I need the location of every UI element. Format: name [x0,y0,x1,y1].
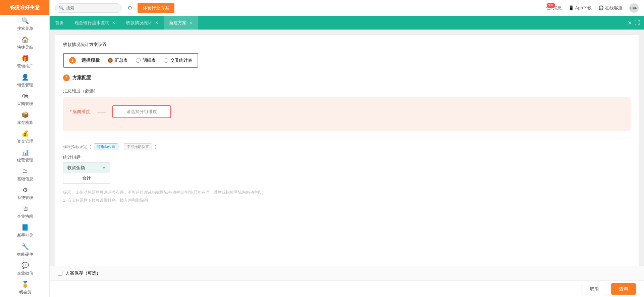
save-checkbox[interactable] [58,271,62,276]
tab-cash-flow-close[interactable]: ✕ [112,20,115,25]
tab-home[interactable]: 首页 [50,16,69,30]
stats-label: 统计指标 [63,154,110,160]
online-support-item[interactable]: 🎧 在线客服 [598,5,623,11]
sidebar-item-quick-nav[interactable]: 🏠 快捷导航 [0,34,49,53]
step1-badge: 1 [69,57,76,64]
step2-row: 2 方案配置 [63,75,631,81]
sidebar-item-finance[interactable]: 💰 资金管理 [0,128,49,147]
content-card: 收款情况统计方案设置 1 选择模板 汇总表 明细表 交 [55,35,639,271]
radio-detail-input[interactable] [136,58,141,63]
trial-button[interactable]: 体验行业方案 [138,3,174,13]
metrics-table-area: 统计指标 收款金额 ▼ 合计 [63,154,631,184]
stats-table: 收款金额 ▼ 合计 [63,162,110,184]
stats-group: 统计指标 收款金额 ▼ 合计 [63,154,110,184]
sidebar-label-base-info: 基础信息 [17,176,33,182]
sidebar-item-member[interactable]: 🏅 畅会员 [0,278,49,297]
sidebar-item-corp-wechat[interactable]: 💬 企业微信 [0,259,49,278]
template-radio-group: 汇总表 明细表 交叉统计表 [108,57,192,63]
sidebar-label-corp-wechat: 企业微信 [17,270,33,276]
sidebar-item-operation[interactable]: 📊 经营管理 [0,147,49,165]
col-header-label: 收款金额 [67,165,85,171]
stats-table-cell-total: 合计 [63,173,110,183]
tab-receipt-stats-close[interactable]: ✕ [155,20,158,25]
search-box[interactable]: 🔍 [55,3,122,13]
tab-receipt-stats-label: 收款情况统计 [126,20,152,26]
book-icon: 📘 [21,224,29,231]
step1-box: 1 选择模板 汇总表 明细表 交叉统计表 [63,53,198,68]
radio-detail[interactable]: 明细表 [136,57,156,63]
step1-row: 1 选择模板 汇总表 明细表 交叉统计表 [63,53,631,68]
sidebar-item-corp[interactable]: 🖥 企业协同 [0,203,49,222]
sidebar-label-operation: 经营管理 [17,157,33,163]
sidebar-item-system[interactable]: ⚙ 系统管理 [0,184,49,203]
chevron-down-icon[interactable]: ▼ [102,166,106,170]
sidebar-item-marketing[interactable]: 🎁 营销推广 [0,53,49,71]
user-name: CaR [629,3,639,13]
tab-new-plan[interactable]: 新建方案 ✕ [164,16,198,30]
logo-text: 畅捷通好生意 [10,4,40,11]
step2-section: 2 方案配置 汇总维度（必选） * 纵向维度 —— 请选择分组维度 模板指标设定… [63,75,631,204]
tab-new-plan-label: 新建方案 [169,20,186,26]
app-icon: 📱 [569,5,574,10]
sidebar-item-purchase[interactable]: 🛍 采购管理 [0,90,49,109]
tab-cash-flow[interactable]: 现金银行流水查询 ✕ [69,16,121,30]
sidebar-item-sales[interactable]: 👤 销售管理 [0,71,49,90]
tab-home-label: 首页 [55,20,64,26]
dimension-section-label: 汇总维度（必选） [63,88,631,94]
monitor-icon: 🖥 [22,205,28,212]
step1-label: 选择模板 [81,57,100,63]
app-download-label: App下载 [575,5,592,11]
metrics-label-end: ） [155,144,159,150]
maximize-icon[interactable]: ⛶ [635,20,640,26]
radio-summary[interactable]: 汇总表 [108,57,128,63]
tab-receipt-stats[interactable]: 收款情况统计 ✕ [121,16,164,30]
dimension-placeholder: 请选择分组维度 [126,109,157,114]
sidebar-label-newbie: 新手引导 [17,233,33,238]
notification-item[interactable]: 💬 99+ 消息 [546,5,562,11]
dimension-row: * 纵向维度 —— 请选择分组维度 [70,105,624,118]
notification-badge: 99+ [547,3,555,8]
radio-summary-input[interactable] [108,58,113,63]
radio-detail-label: 明细表 [143,57,156,63]
sidebar: 畅捷通好生意 🔍 搜索菜单 🏠 快捷导航 🎁 营销推广 👤 销售管理 🛍 采购管… [0,0,50,297]
user-icon: 👤 [21,73,29,81]
dimension-arrow: —— [97,109,106,114]
search-input[interactable] [66,6,113,10]
close-window-icon[interactable]: ✕ [628,20,632,26]
tab-bar: 首页 现金银行流水查询 ✕ 收款情况统计 ✕ 新建方案 ✕ ✕ ⛶ [50,16,644,30]
sidebar-item-inventory[interactable]: 📦 库存核算 [0,109,49,128]
vertical-dimension-label: * 纵向维度 [70,109,90,115]
step2-label: 方案配置 [72,75,91,81]
user-avatar[interactable]: CaR [629,3,639,13]
sidebar-logo: 畅捷通好生意 [0,0,49,15]
tab-new-plan-close[interactable]: ✕ [189,20,193,25]
hint-text-area: 提示： 1.拖动标题栏可以调整布局，不可跨维度或指标区域拖动栏目字段(只能在同一… [63,189,631,204]
chat-icon: 💬 [21,262,29,269]
save-label: 方案保存（可选） [66,270,101,276]
sidebar-label-smart-hw: 智能硬件 [17,252,33,257]
tag-fixed: 不可拖动位置 [124,143,152,150]
settings-icon[interactable]: ⚙ [127,5,132,11]
header: 🔍 ⚙ 体验行业方案 💬 99+ 消息 📱 App下载 🎧 在线客服 CaR [50,0,644,16]
radio-cross[interactable]: 交叉统计表 [164,57,192,63]
tabs-window-controls: ✕ ⛶ [628,20,644,26]
stats-table-header[interactable]: 收款金额 ▼ [63,163,110,173]
sidebar-item-search-menu[interactable]: 🔍 搜索菜单 [0,15,49,34]
radio-cross-input[interactable] [164,58,168,63]
support-icon: 🎧 [598,5,604,10]
hardware-icon: 🔧 [21,243,29,250]
home-icon: 🏠 [21,36,29,43]
query-button[interactable]: 查询 [611,283,636,295]
app-download-item[interactable]: 📱 App下载 [569,5,592,11]
sidebar-item-newbie[interactable]: 📘 新手引导 [0,222,49,241]
sidebar-item-base-info[interactable]: 🗂 基础信息 [0,165,49,184]
medal-icon: 🏅 [21,281,29,288]
chart-icon: 📊 [21,149,29,156]
divider [63,138,631,138]
sidebar-label-sales: 销售管理 [17,82,33,88]
cancel-button[interactable]: 取消 [582,283,607,295]
sidebar-item-smart-hw[interactable]: 🔧 智能硬件 [0,241,49,259]
dimension-select[interactable]: 请选择分组维度 [112,105,171,118]
page-breadcrumb: 收款情况统计方案设置 [63,42,631,48]
sidebar-label-quick-nav: 快捷导航 [17,45,33,50]
